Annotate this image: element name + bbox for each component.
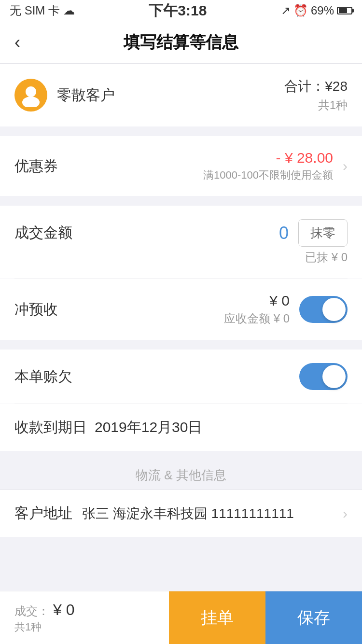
back-button[interactable]: ‹ <box>14 32 43 53</box>
svg-point-1 <box>22 97 40 107</box>
round-button[interactable]: 抹零 <box>298 219 348 247</box>
prepay-amount: ¥ 0 <box>224 293 290 309</box>
address-section[interactable]: 客户地址 张三 海淀永丰科技园 11111111111 › <box>0 490 362 537</box>
bottom-bar: 成交： ¥ 0 共1种 挂单 保存 <box>0 591 362 644</box>
due-date-label: 收款到期日 <box>14 418 87 437</box>
amount-section: 成交金额 0 抹零 已抹 ¥ 0 <box>0 206 362 279</box>
prepay-label: 冲预收 <box>14 300 58 320</box>
content: 零散客户 合计：¥28 共1种 优惠券 - ¥ 28.00 满1000-100不… <box>0 64 362 644</box>
amount-sub: 已抹 ¥ 0 <box>14 250 348 265</box>
page-title: 填写结算等信息 <box>124 31 238 54</box>
debt-toggle[interactable] <box>299 363 348 390</box>
status-right: ↗ ⏰ 69% <box>281 4 352 17</box>
due-date-row: 收款到期日 2019年12月30日 <box>14 418 348 437</box>
coupon-amount: - ¥ 28.00 <box>203 150 333 166</box>
address-chevron-icon: › <box>343 505 348 522</box>
amount-top: 成交金额 0 抹零 <box>14 219 348 247</box>
due-date-section[interactable]: 收款到期日 2019年12月30日 <box>0 404 362 451</box>
coupon-row[interactable]: 优惠券 - ¥ 28.00 满1000-100不限制使用金额 › <box>0 136 362 196</box>
customer-right: 合计：¥28 共1种 <box>284 77 348 113</box>
coupon-right-area: - ¥ 28.00 满1000-100不限制使用金额 › <box>58 150 348 182</box>
svg-point-0 <box>26 86 36 97</box>
status-time: 下午3:18 <box>149 1 207 21</box>
bottom-count: 共1种 <box>14 620 154 634</box>
section-divider-3 <box>0 340 362 350</box>
toggle-knob <box>322 298 346 321</box>
bottom-amount: ¥ 0 <box>53 601 74 619</box>
address-value: 张三 海淀永丰科技园 11111111111 <box>82 504 343 523</box>
coupon-info: - ¥ 28.00 满1000-100不限制使用金额 <box>203 150 333 182</box>
address-label: 客户地址 <box>14 504 72 523</box>
battery-icon <box>337 7 352 14</box>
section-divider-1 <box>0 126 362 136</box>
amount-value[interactable]: 0 <box>260 223 289 243</box>
customer-section: 零散客户 合计：¥28 共1种 <box>0 64 362 126</box>
customer-total: 合计：¥28 <box>284 77 348 96</box>
logistics-label: 物流 & 其他信息 <box>136 467 226 484</box>
section-divider-4 <box>0 451 362 461</box>
prepay-top: 冲预收 ¥ 0 应收金额 ¥ 0 <box>14 293 348 326</box>
user-icon <box>19 83 43 107</box>
coupon-label: 优惠券 <box>14 156 58 176</box>
debt-toggle-knob <box>322 365 346 388</box>
customer-left: 零散客户 <box>14 79 115 112</box>
debt-label: 本单赊欠 <box>14 367 72 387</box>
alarm-icon: ⏰ <box>293 4 308 17</box>
status-bar: 无 SIM 卡 ☁ 下午3:18 ↗ ⏰ 69% <box>0 0 362 21</box>
avatar <box>14 79 47 112</box>
prepay-sub: 应收金额 ¥ 0 <box>224 311 290 326</box>
hold-button[interactable]: 挂单 <box>169 591 265 644</box>
prepay-section: 冲预收 ¥ 0 应收金额 ¥ 0 <box>0 279 362 340</box>
battery-label: 69% <box>311 4 334 17</box>
amount-input-area: 0 抹零 <box>260 219 348 247</box>
prepay-right: ¥ 0 应收金额 ¥ 0 <box>224 293 348 326</box>
coupon-chevron-icon: › <box>343 158 348 174</box>
bottom-left: 成交： ¥ 0 共1种 <box>0 591 169 644</box>
customer-name: 零散客户 <box>57 85 115 105</box>
prepay-amounts: ¥ 0 应收金额 ¥ 0 <box>224 293 290 326</box>
debt-section: 本单赊欠 <box>0 350 362 404</box>
nav-bar: ‹ 填写结算等信息 <box>0 21 362 64</box>
prepay-toggle[interactable] <box>299 296 348 323</box>
save-button[interactable]: 保存 <box>265 591 362 644</box>
coupon-section: 优惠券 - ¥ 28.00 满1000-100不限制使用金额 › <box>0 136 362 196</box>
amount-label: 成交金额 <box>14 223 72 243</box>
sim-label: 无 SIM 卡 ☁ <box>10 3 75 18</box>
coupon-desc: 满1000-100不限制使用金额 <box>203 168 333 182</box>
section-divider-2 <box>0 196 362 206</box>
location-icon: ↗ <box>281 4 291 17</box>
customer-count: 共1种 <box>284 98 348 113</box>
logistics-divider: 物流 & 其他信息 <box>0 461 362 490</box>
bottom-label: 成交： <box>14 603 49 619</box>
due-date-value: 2019年12月30日 <box>95 418 202 437</box>
status-left: 无 SIM 卡 ☁ <box>10 3 75 18</box>
